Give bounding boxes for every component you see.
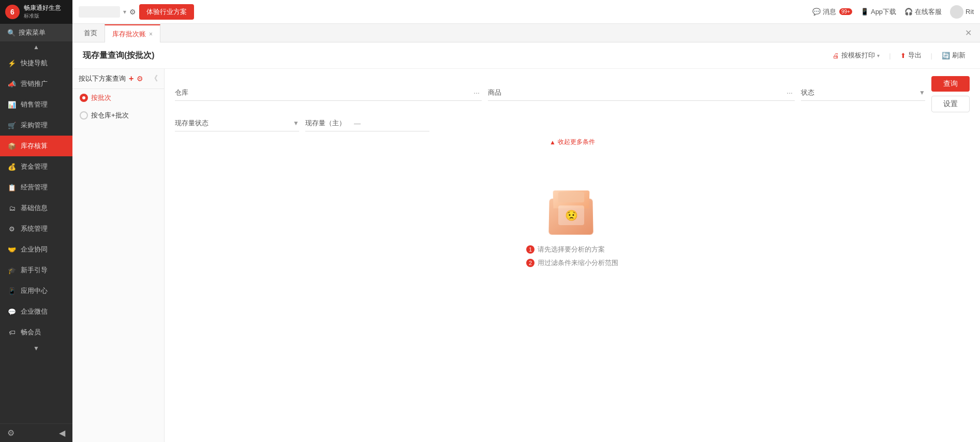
app-download-btn[interactable]: 📱 App下载 [860, 7, 896, 17]
sidebar-item-label: 系统管理 [21, 224, 48, 233]
print-icon: 🖨 [833, 52, 839, 60]
left-panel-header: 按以下方案查询 + ⚙ 《 [72, 69, 164, 89]
print-dropdown-icon[interactable]: ▾ [877, 53, 880, 58]
left-panel-title: 按以下方案查询 [79, 74, 126, 83]
stock-main-label: 现存量（主） [305, 119, 346, 128]
close-all-tabs-btn[interactable]: ✕ [961, 28, 976, 38]
trial-btn[interactable]: 体验行业方案 [139, 4, 194, 20]
scheme-warehouse-batch[interactable]: 按仓库+批次 [72, 107, 164, 124]
tab-home[interactable]: 首页 [77, 24, 105, 42]
warehouse-filter: 仓库 ··· [175, 88, 482, 101]
sidebar-item-finance[interactable]: 💰 资金管理 [0, 156, 72, 177]
product-more-btn[interactable]: ··· [784, 89, 795, 97]
sidebar-scroll-up[interactable]: ▲ [0, 41, 72, 53]
sidebar-item-collab[interactable]: 🤝 企业协同 [0, 239, 72, 260]
sidebar-brand: 畅康通好生意 标准版 [24, 4, 61, 20]
sidebar-item-system[interactable]: ⚙ 系统管理 [0, 218, 72, 239]
online-service-label: 在线客服 [915, 7, 942, 17]
export-btn[interactable]: ⬆ 导出 [896, 49, 926, 62]
version-label: 标准版 [24, 12, 61, 20]
stock-status-arrow[interactable]: ▼ [293, 120, 299, 127]
user-avatar-btn[interactable]: Rit [950, 5, 974, 19]
sidebar-item-inventory[interactable]: 📦 库存核算 [0, 136, 72, 156]
purchase-icon: 🛒 [7, 121, 17, 130]
sidebar-scroll-down[interactable]: ▼ [0, 343, 72, 354]
sidebar-item-basic[interactable]: 🗂 基础信息 [0, 198, 72, 218]
warehouse-more-btn[interactable]: ··· [471, 89, 482, 97]
print-label: 按模板打印 [841, 51, 875, 60]
page-header-actions: 🖨 按模板打印 ▾ | ⬆ 导出 | 🔄 刷新 [828, 49, 970, 62]
export-icon: ⬆ [900, 52, 906, 60]
empty-state: 😟 1 请先选择要分析的方案 2 用过滤条件来缩小分析范围 [175, 152, 970, 303]
query-btn[interactable]: 查询 [931, 76, 970, 92]
sidebar-item-marketing[interactable]: 📣 营销推广 [0, 73, 72, 94]
sidebar: 6 畅康通好生意 标准版 🔍 搜索菜单 ▲ ⚡ 快捷导航 📣 营销推广 📊 销售… [0, 0, 72, 442]
quick-nav-icon: ⚡ [7, 58, 17, 68]
sidebar-item-ops[interactable]: 📋 经营管理 [0, 177, 72, 198]
sidebar-item-label: 新手引导 [21, 266, 48, 275]
empty-illustration: 😟 [544, 183, 601, 234]
left-panel-collapse-icon[interactable]: 《 [151, 74, 158, 83]
message-label: 消息 [823, 7, 836, 17]
online-service-btn[interactable]: 🎧 在线客服 [904, 7, 942, 17]
topbar-gear-icon[interactable]: ⚙ [129, 8, 136, 16]
sidebar-item-purchase[interactable]: 🛒 采购管理 [0, 115, 72, 136]
company-name: 畅康通好生意 [24, 4, 61, 12]
collapse-icon: ▲ [550, 139, 556, 146]
stock-status-label: 现存量状态 [175, 119, 209, 128]
collapse-label: 收起更多条件 [558, 138, 595, 146]
sidebar-item-label: 畅会员 [21, 328, 41, 337]
sidebar-item-label: 营销推广 [21, 79, 48, 89]
empty-tip-1: 1 请先选择要分析的方案 [526, 245, 618, 254]
sidebar-item-sales[interactable]: 📊 销售管理 [0, 94, 72, 115]
message-btn[interactable]: 💬 消息 99+ [812, 7, 852, 17]
settings-footer-icon[interactable]: ⚙ [7, 428, 14, 438]
scheme-batch[interactable]: 按批次 [72, 89, 164, 107]
tab-close-btn[interactable]: × [149, 31, 153, 38]
scheme-settings-icon[interactable]: ⚙ [137, 75, 143, 83]
sidebar-header: 6 畅康通好生意 标准版 [0, 0, 72, 24]
sidebar-item-label: 经营管理 [21, 183, 48, 192]
tab-inventory-batch[interactable]: 库存批次账 × [105, 24, 160, 43]
sidebar-item-quick-nav[interactable]: ⚡ 快捷导航 [0, 53, 72, 73]
product-filter: 商品 ··· [488, 88, 795, 101]
warehouse-input[interactable] [192, 89, 471, 96]
right-panel: 仓库 ··· 商品 ··· 状态 ▼ 查询 [165, 69, 980, 442]
stock-main-dash: — [350, 120, 365, 127]
inventory-icon: 📦 [7, 141, 17, 151]
sidebar-item-app[interactable]: 📱 应用中心 [0, 281, 72, 301]
scheme-dot [80, 111, 88, 120]
filter-row-2: 现存量状态 ▼ 现存量（主） — [175, 119, 970, 131]
sidebar-item-wechat[interactable]: 💬 企业微信 [0, 301, 72, 322]
headset-icon: 🎧 [904, 8, 913, 16]
sidebar-item-member[interactable]: 🏷 畅会员 [0, 322, 72, 343]
print-btn[interactable]: 🖨 按模板打印 ▾ [828, 49, 884, 62]
empty-icon-wrap: 😟 [544, 183, 601, 234]
tip-text-2: 用过滤条件来缩小分析范围 [538, 258, 618, 268]
breadcrumb-dropdown-icon[interactable]: ▾ [123, 8, 126, 16]
tab-home-label: 首页 [84, 28, 97, 38]
collapse-sidebar-icon[interactable]: ◀ [59, 428, 65, 438]
setting-btn[interactable]: 设置 [931, 96, 970, 112]
message-badge: 99+ [839, 8, 852, 15]
avatar [950, 5, 963, 19]
divider: | [889, 52, 890, 60]
sidebar-item-guide[interactable]: 🎓 新手引导 [0, 260, 72, 281]
tip-text-1: 请先选择要分析的方案 [538, 245, 605, 254]
refresh-btn[interactable]: 🔄 刷新 [938, 49, 970, 62]
collapse-row[interactable]: ▲ 收起更多条件 [175, 138, 970, 146]
tip-number-1: 1 [526, 245, 534, 254]
sidebar-item-label: 企业协同 [21, 245, 48, 254]
scheme-label: 按仓库+批次 [91, 111, 129, 120]
add-scheme-icon[interactable]: + [129, 74, 133, 83]
breadcrumb-input[interactable] [79, 6, 120, 18]
status-arrow[interactable]: ▼ [919, 89, 925, 96]
basic-icon: 🗂 [7, 203, 17, 213]
app-download-label: App下载 [871, 7, 896, 17]
product-input[interactable] [506, 89, 784, 96]
sidebar-search[interactable]: 🔍 搜索菜单 [0, 24, 72, 41]
content-area: 现存量查询(按批次) 🖨 按模板打印 ▾ | ⬆ 导出 | 🔄 刷新 [72, 42, 980, 442]
ops-icon: 📋 [7, 183, 17, 192]
filter-row-1: 仓库 ··· 商品 ··· 状态 ▼ 查询 [175, 76, 970, 112]
export-label: 导出 [908, 51, 922, 60]
